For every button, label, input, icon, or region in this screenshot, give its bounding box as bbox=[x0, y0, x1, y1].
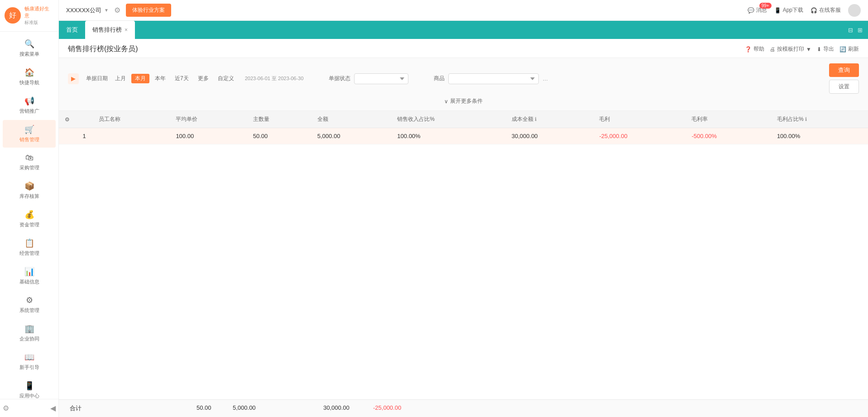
sidebar-item-label: 资金管理 bbox=[19, 221, 39, 228]
filter-actions: 查询 设置 bbox=[829, 63, 859, 94]
gross-pct-info-icon[interactable]: ℹ bbox=[805, 116, 807, 122]
footer-quantity: 50.00 bbox=[191, 404, 227, 412]
print-label: 按模板打印 bbox=[777, 45, 804, 53]
header-gear-icon[interactable]: ⚙ bbox=[114, 6, 120, 14]
expand-btn-label: 展开更多条件 bbox=[450, 97, 483, 105]
help-button[interactable]: ❓ 帮助 bbox=[745, 45, 764, 53]
product-filter-label: 商品 bbox=[434, 75, 445, 82]
settings-footer-btn[interactable]: ⚙ bbox=[3, 404, 9, 412]
print-button[interactable]: 🖨 按模板打印 ▼ bbox=[770, 45, 811, 53]
tab-minimize-icon[interactable]: ⊟ bbox=[848, 27, 853, 34]
tab-sales-rank[interactable]: 销售排行榜 × bbox=[85, 21, 135, 39]
search-icon: 🔍 bbox=[24, 39, 34, 49]
row-avg-price-cell: 100.00 bbox=[170, 128, 247, 144]
date-tab-this-year[interactable]: 本年 bbox=[151, 74, 169, 83]
table-footer: 合计 50.00 5,000.00 30,000.00 -25,000.00 bbox=[59, 399, 868, 417]
date-tab-more[interactable]: 更多 bbox=[194, 74, 212, 83]
date-range-display: 2023-06-01 至 2023-06-30 bbox=[245, 75, 304, 82]
sidebar-item-label: 销售管理 bbox=[19, 136, 39, 143]
table-row: 1 100.00 50.00 5,000.00 100.00% 30,000.0… bbox=[59, 128, 868, 144]
tab-maximize-icon[interactable]: ⊞ bbox=[858, 27, 863, 34]
system-icon: ⚙ bbox=[26, 295, 33, 305]
trial-button[interactable]: 体验行业方案 bbox=[126, 4, 171, 17]
chevron-down-expand-icon: ∨ bbox=[444, 98, 448, 105]
app-download-item[interactable]: 📱 App下载 bbox=[774, 6, 803, 14]
tab-home-label: 首页 bbox=[66, 26, 78, 34]
filter-area: ▶ 单据日期 上月 本月 本年 近7天 更多 自定义 2023-06-01 至 … bbox=[59, 58, 868, 111]
sidebar-item-label: 营销推广 bbox=[19, 108, 39, 115]
guide-icon: 📖 bbox=[24, 352, 34, 362]
page-header: 销售排行榜(按业务员) ❓ 帮助 🖨 按模板打印 ▼ ⬇ 导出 🔄 刷新 bbox=[59, 39, 868, 58]
export-icon: ⬇ bbox=[817, 46, 821, 53]
help-label: 帮助 bbox=[753, 45, 764, 53]
sidebar-item-search[interactable]: 🔍 搜索菜单 bbox=[3, 34, 56, 62]
sidebar-item-label: 新手引导 bbox=[19, 364, 39, 371]
date-tab-last-month[interactable]: 上月 bbox=[111, 74, 129, 83]
logo-icon: 好 bbox=[5, 7, 21, 24]
filter-arrow-btn[interactable]: ▶ bbox=[68, 73, 79, 84]
main-content: XXXXXX公司 ▼ ⚙ 体验行业方案 💬 消息 99+ 📱 App下载 🎧 在… bbox=[59, 0, 868, 417]
date-filter-label: 单据日期 bbox=[86, 75, 108, 82]
col-gross-rate: 毛利率 bbox=[686, 111, 772, 128]
message-item[interactable]: 💬 消息 99+ bbox=[748, 6, 767, 14]
footer-sales-pct bbox=[273, 404, 318, 412]
refresh-button[interactable]: 🔄 刷新 bbox=[839, 45, 859, 53]
filter-date-item: 单据日期 上月 本月 本年 近7天 更多 自定义 bbox=[86, 74, 238, 83]
date-tab-custom[interactable]: 自定义 bbox=[214, 74, 238, 83]
inventory-icon: 📦 bbox=[24, 181, 34, 191]
query-button[interactable]: 查询 bbox=[829, 63, 859, 77]
tab-home[interactable]: 首页 bbox=[59, 21, 85, 39]
online-support-item[interactable]: 🎧 在线客服 bbox=[810, 6, 841, 14]
sidebar-item-quick-nav[interactable]: 🏠 快捷导航 bbox=[3, 63, 56, 91]
sidebar-item-label: 基础信息 bbox=[19, 278, 39, 285]
sidebar-item-finance[interactable]: 💰 资金管理 bbox=[3, 205, 56, 233]
footer-gross: -25,000.00 bbox=[368, 404, 417, 412]
date-tab-7days[interactable]: 近7天 bbox=[171, 74, 192, 83]
sidebar-item-basic-info[interactable]: 📊 基础信息 bbox=[3, 262, 56, 290]
row-gross-rate-cell: -500.00% bbox=[686, 128, 772, 144]
sidebar-item-inventory[interactable]: 📦 库存核算 bbox=[3, 177, 56, 204]
col-settings: ⚙ bbox=[59, 111, 75, 128]
product-filter-more[interactable]: … bbox=[542, 76, 548, 82]
marketing-icon: 📢 bbox=[24, 96, 34, 106]
avatar[interactable] bbox=[848, 4, 861, 17]
tab-close-icon[interactable]: × bbox=[125, 27, 128, 33]
col-sales-pct: 销售收入占比% bbox=[392, 111, 506, 128]
chevron-down-icon: ▼ bbox=[104, 8, 109, 13]
sidebar-item-guide[interactable]: 📖 新手引导 bbox=[3, 348, 56, 375]
sidebar-item-label: 采购管理 bbox=[19, 164, 39, 171]
logo-sub: 标准版 bbox=[24, 19, 54, 26]
sidebar-item-apps[interactable]: 📱 应用中心 bbox=[3, 376, 56, 399]
sidebar-item-purchase[interactable]: 🛍 采购管理 bbox=[3, 149, 56, 176]
row-cost-cell: 30,000.00 bbox=[506, 128, 594, 144]
top-header: XXXXXX公司 ▼ ⚙ 体验行业方案 💬 消息 99+ 📱 App下载 🎧 在… bbox=[59, 0, 868, 21]
cost-info-icon[interactable]: ℹ bbox=[535, 116, 537, 122]
product-filter-input[interactable] bbox=[448, 73, 539, 84]
col-gross: 毛利 bbox=[594, 111, 686, 128]
sidebar-item-label: 企业协同 bbox=[19, 336, 39, 342]
app-download-icon: 📱 bbox=[774, 7, 781, 14]
sidebar-item-marketing[interactable]: 📢 营销推广 bbox=[3, 91, 56, 119]
collapse-sidebar-btn[interactable]: ◀ bbox=[50, 404, 56, 412]
export-button[interactable]: ⬇ 导出 bbox=[817, 45, 834, 53]
table-container: ⚙ 员工名称 平均单价 主数量 全额 销售收入占比% 成本全额 ℹ 毛利 毛利率 bbox=[59, 111, 868, 399]
footer-cost: 30,000.00 bbox=[318, 404, 368, 412]
status-filter-select[interactable] bbox=[354, 73, 408, 84]
date-tab-this-month[interactable]: 本月 bbox=[131, 74, 149, 83]
sidebar-item-label: 库存核算 bbox=[19, 193, 39, 200]
sidebar-logo: 好 畅康通好生意 标准版 bbox=[0, 0, 58, 32]
sidebar-item-operations[interactable]: 📋 经营管理 bbox=[3, 234, 56, 261]
column-settings-icon[interactable]: ⚙ bbox=[65, 116, 70, 123]
print-dropdown-icon: ▼ bbox=[806, 46, 811, 53]
company-selector[interactable]: XXXXXX公司 ▼ bbox=[66, 6, 109, 14]
sidebar-footer: ⚙ ◀ bbox=[0, 399, 58, 417]
sidebar-item-label: 快捷导航 bbox=[19, 79, 39, 86]
footer-amount: 5,000.00 bbox=[227, 404, 273, 412]
expand-conditions-btn[interactable]: ∨ 展开更多条件 bbox=[68, 97, 859, 105]
settings-button[interactable]: 设置 bbox=[829, 80, 859, 94]
row-gross-pct-cell: 100.00% bbox=[772, 128, 868, 144]
footer-label: 合计 bbox=[64, 404, 155, 412]
sidebar-item-enterprise[interactable]: 🏢 企业协同 bbox=[3, 319, 56, 347]
sidebar-item-sales[interactable]: 🛒 销售管理 bbox=[3, 120, 56, 148]
sidebar-item-system[interactable]: ⚙ 系统管理 bbox=[3, 291, 56, 318]
